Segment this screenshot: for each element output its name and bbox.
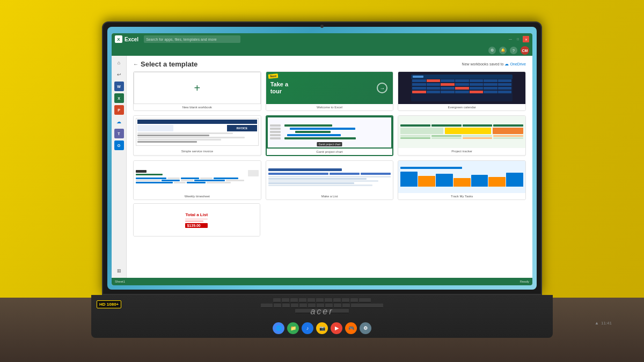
onedrive-label: OneDrive — [510, 62, 526, 66]
key-i — [333, 298, 341, 302]
gantt-row-2 — [270, 128, 390, 130]
taskbar-icon-settings[interactable]: ⚙ — [360, 322, 371, 334]
onedrive-notice-text: New workbooks saved to — [462, 62, 504, 66]
gantt-row-1 — [270, 124, 390, 127]
new-badge: New — [268, 73, 278, 79]
template-timesheet-label: Weekly timesheet — [134, 193, 261, 200]
taskbar-icon-store[interactable]: 🎮 — [345, 322, 357, 334]
templates-grid: + New blank workbook New Take — [133, 71, 526, 200]
excel-titlebar: X Excel Search for apps, files, template… — [112, 33, 532, 45]
gantt-row-5 — [270, 137, 390, 139]
tracker-header — [400, 124, 523, 127]
webcam — [320, 25, 324, 28]
taskbar-icon-camera[interactable]: 📷 — [316, 322, 328, 334]
minimize-button[interactable]: — — [508, 36, 513, 42]
taskbar-icon-chrome[interactable]: 🌐 — [273, 322, 284, 334]
timesheet-row-2 — [136, 180, 259, 181]
key-q — [273, 298, 281, 302]
maximize-button[interactable]: □ — [515, 36, 521, 42]
template-list[interactable]: Make a List — [266, 160, 394, 200]
tasks-mini-preview — [398, 165, 525, 190]
tracker-row-2 — [400, 137, 523, 139]
key-p — [350, 298, 358, 302]
onedrive-notice: New workbooks saved to ☁ OneDrive — [462, 62, 526, 67]
excel-body: ⌂ ↩ W X P ☁ T O ⊞ — [112, 56, 532, 278]
key-k — [334, 304, 341, 308]
template-calendar[interactable]: Evergreen calendar — [398, 71, 526, 111]
template-totallist[interactable]: Total a List $139.00 — [133, 203, 260, 237]
gantt-tooltip: Gantt project chart — [317, 142, 342, 146]
chromebook-taskbar: 🌐 📁 ♪ 📷 ▶ 🎮 ⚙ — [273, 322, 371, 334]
total-list-heading: Total a List — [185, 212, 208, 217]
wifi-icon: ▲ — [595, 321, 599, 326]
sidebar-onedrive-icon[interactable]: ☁ — [114, 117, 124, 127]
template-tour-thumbnail: New Take a tour → — [266, 72, 393, 104]
key-tab — [261, 304, 273, 308]
key-e — [290, 298, 298, 302]
help-icon[interactable]: ? — [510, 47, 517, 54]
template-tracker[interactable]: Project tracker — [398, 115, 526, 156]
plus-icon: + — [194, 82, 200, 94]
template-calendar-label: Evergreen calendar — [398, 104, 525, 110]
template-calendar-thumbnail — [398, 72, 525, 104]
taskbar-icon-files[interactable]: 📁 — [287, 322, 299, 334]
sidebar-back-icon[interactable]: ↩ — [114, 70, 124, 79]
acer-logo: acer — [310, 307, 333, 316]
user-avatar[interactable]: CM — [521, 46, 529, 55]
key-enter — [351, 304, 383, 308]
key-a — [274, 304, 281, 308]
key-s — [282, 304, 290, 308]
hd-badge: HD 1080+ — [97, 300, 121, 308]
invoice-lines — [137, 132, 257, 143]
template-invoice[interactable]: INVOICE — [133, 115, 261, 156]
timesheet-row-1 — [136, 178, 259, 179]
window-controls: — □ ✕ — [508, 36, 529, 42]
template-take-tour[interactable]: New Take a tour → Welcome to Excel — [266, 71, 394, 111]
sidebar-powerpoint-icon[interactable]: P — [114, 105, 124, 115]
key-f — [299, 304, 307, 308]
tracker-mini-preview — [398, 122, 525, 142]
key-l — [342, 304, 350, 308]
laptop-lid: X Excel Search for apps, files, template… — [102, 21, 542, 295]
back-arrow-icon[interactable]: ← — [133, 61, 138, 67]
calendar-row-1 — [411, 79, 513, 83]
key-w — [282, 298, 289, 302]
laptop-screen: X Excel Search for apps, files, template… — [107, 27, 537, 290]
key-r — [299, 298, 306, 302]
excel-search-placeholder: Search for apps, files, templates and mo… — [146, 38, 217, 41]
sidebar-outlook-icon[interactable]: O — [114, 141, 124, 150]
template-tour-label: Welcome to Excel — [266, 104, 393, 110]
tour-title-text: Take a tour — [266, 78, 292, 98]
settings-icon[interactable]: ⚙ — [488, 47, 496, 54]
template-gantt-thumbnail: Gantt project chart — [267, 116, 393, 149]
template-invoice-label: Simple service invoice — [134, 148, 261, 154]
page-title: Select a template — [141, 60, 197, 68]
template-tasks[interactable]: Track My Tasks — [398, 160, 526, 200]
notifications-icon[interactable]: 🔔 — [499, 47, 507, 54]
tracker-row-1 — [400, 135, 523, 137]
template-invoice-thumbnail: INVOICE — [134, 116, 261, 148]
excel-window: X Excel Search for apps, files, template… — [112, 33, 532, 285]
sidebar-word-icon[interactable]: W — [114, 82, 124, 91]
sidebar-home-icon[interactable]: ⌂ — [114, 58, 124, 68]
calendar-mini-preview — [411, 75, 513, 101]
statusbar-ready: Ready — [520, 280, 529, 283]
tour-arrow-icon: → — [377, 83, 387, 93]
template-timesheet[interactable]: Weekly timesheet — [133, 160, 261, 200]
sidebar-apps-icon[interactable]: ⊞ — [114, 266, 124, 276]
close-button[interactable]: ✕ — [523, 36, 529, 42]
excel-search-box[interactable]: Search for apps, files, templates and mo… — [144, 35, 240, 43]
key-backspace — [359, 298, 371, 302]
timesheet-row-3 — [136, 182, 259, 183]
calendar-row-3 — [411, 86, 513, 90]
sidebar-excel-icon[interactable]: X — [114, 93, 124, 103]
sidebar-teams-icon[interactable]: T — [114, 129, 124, 138]
time-display: 11:41 — [601, 321, 612, 326]
template-blank-workbook[interactable]: + New blank workbook — [133, 71, 261, 111]
taskbar-icon-music[interactable]: ♪ — [302, 322, 313, 334]
statusbar-sheet-name: Sheet1 — [115, 280, 125, 283]
template-gantt[interactable]: Gantt project chart Gantt project chart — [266, 115, 394, 156]
keyboard-row-1 — [107, 298, 537, 302]
template-list-label: Make a List — [266, 193, 393, 200]
taskbar-icon-play[interactable]: ▶ — [331, 322, 342, 334]
